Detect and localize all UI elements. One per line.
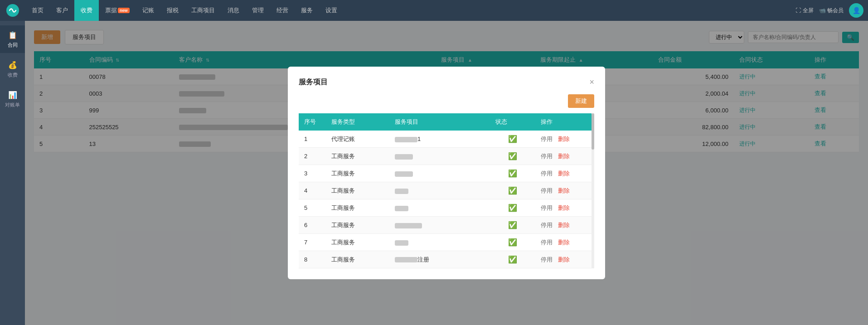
status-check-icon: ✅ (508, 221, 517, 229)
modal-cell-item (389, 165, 490, 182)
modal-cell-status: ✅ (490, 251, 535, 268)
top-nav: 首页 客户 收费 票据 new 记账 报税 工商项目 消息 管理 经营 服务 设… (0, 0, 868, 21)
modal-cell-seq: 3 (299, 165, 326, 182)
fullscreen-btn[interactable]: ⛶ 全屏 (795, 7, 813, 15)
status-check-icon: ✅ (508, 170, 517, 177)
modal-cell-status: ✅ (490, 199, 535, 217)
modal-cell-action: 停用 删除 (535, 199, 594, 217)
modal-cell-type: 工商服务 (326, 165, 389, 182)
sidebar-item-fee[interactable]: 💰 收费 (0, 55, 25, 83)
modal-cell-action: 停用 删除 (535, 251, 594, 268)
modal-cell-seq: 5 (299, 199, 326, 217)
modal-cell-seq: 2 (299, 148, 326, 165)
sidebar: 📋 合同 💰 收费 📊 对账单 (0, 21, 25, 325)
nav-customer[interactable]: 客户 (50, 0, 74, 21)
nav-badge-new: new (118, 8, 130, 13)
scroll-thumb (592, 113, 594, 150)
delete-button[interactable]: 删除 (558, 187, 570, 194)
modal-cell-action: 停用 删除 (535, 234, 594, 251)
main-layout: 📋 合同 💰 收费 📊 对账单 新增 服务项目 进行中 已结束 全部 (0, 21, 868, 325)
modal-col-seq: 序号 (299, 113, 326, 131)
modal-header: 服务项目 × (299, 78, 594, 87)
delete-button[interactable]: 删除 (558, 170, 570, 177)
modal-cell-type: 工商服务 (326, 251, 389, 268)
modal-cell-action: 停用 删除 (535, 182, 594, 199)
modal-col-status: 状态 (490, 113, 535, 131)
modal-table-row: 4 工商服务 ✅ 停用 删除 (299, 182, 594, 199)
modal-cell-type: 工商服务 (326, 182, 389, 199)
service-modal: 服务项目 × 新建 序号 服务类型 服务项目 状态 (288, 67, 605, 279)
modal-cell-type: 工商服务 (326, 199, 389, 217)
delete-button[interactable]: 删除 (558, 256, 570, 263)
modal-cell-item (389, 182, 490, 199)
fullscreen-icon: ⛶ (795, 7, 801, 14)
modal-table-row: 3 工商服务 ✅ 停用 删除 (299, 165, 594, 182)
modal-cell-action: 停用 删除 (535, 131, 594, 148)
stop-button[interactable]: 停用 (541, 256, 553, 263)
nav-message[interactable]: 消息 (221, 0, 246, 21)
delete-button[interactable]: 删除 (558, 153, 570, 160)
modal-overlay[interactable]: 服务项目 × 新建 序号 服务类型 服务项目 状态 (25, 21, 868, 325)
nav-manage[interactable]: 管理 (246, 0, 270, 21)
status-check-icon: ✅ (508, 187, 517, 194)
stop-button[interactable]: 停用 (541, 170, 553, 177)
modal-cell-action: 停用 删除 (535, 148, 594, 165)
contract-icon: 📋 (8, 30, 18, 40)
modal-toolbar: 新建 (299, 94, 594, 108)
nav-baoshui[interactable]: 报税 (160, 0, 185, 21)
member-btn[interactable]: 📹 畅会员 (819, 7, 844, 15)
stop-button[interactable]: 停用 (541, 136, 553, 142)
delete-button[interactable]: 删除 (558, 136, 570, 142)
modal-cell-status: ✅ (490, 165, 535, 182)
modal-scroll-area[interactable]: 序号 服务类型 服务项目 状态 操作 1 代理记账 1 ✅ 停用 删除 (299, 113, 594, 268)
modal-table-row: 5 工商服务 ✅ 停用 删除 (299, 199, 594, 217)
nav-home[interactable]: 首页 (25, 0, 50, 21)
nav-gongshang[interactable]: 工商项目 (185, 0, 221, 21)
modal-cell-item: 1 (389, 131, 490, 148)
modal-cell-action: 停用 删除 (535, 165, 594, 182)
modal-cell-type: 工商服务 (326, 234, 389, 251)
modal-close-button[interactable]: × (589, 78, 594, 87)
member-icon: 📹 (819, 7, 826, 14)
main-content: 新增 服务项目 进行中 已结束 全部 🔍 序号 合同编码 ⇅ 客 (25, 21, 868, 325)
modal-cell-status: ✅ (490, 182, 535, 199)
status-check-icon: ✅ (508, 152, 517, 160)
stop-button[interactable]: 停用 (541, 204, 553, 211)
modal-cell-type: 代理记账 (326, 131, 389, 148)
status-check-icon: ✅ (508, 204, 517, 212)
modal-col-action: 操作 (535, 113, 594, 131)
modal-table-row: 6 工商服务 ✅ 停用 删除 (299, 217, 594, 234)
statement-icon: 📊 (8, 90, 18, 100)
modal-cell-item (389, 217, 490, 234)
modal-table-row: 8 工商服务 注册 ✅ 停用 删除 (299, 251, 594, 268)
modal-cell-item (389, 199, 490, 217)
nav-service[interactable]: 服务 (295, 0, 319, 21)
modal-table-row: 2 工商服务 ✅ 停用 删除 (299, 148, 594, 165)
nav-piaoju[interactable]: 票据 new (99, 0, 136, 21)
top-nav-right: ⛶ 全屏 📹 畅会员 👤 (795, 3, 863, 18)
stop-button[interactable]: 停用 (541, 222, 553, 228)
scrollbar[interactable] (592, 113, 594, 268)
delete-button[interactable]: 删除 (558, 222, 570, 228)
modal-cell-status: ✅ (490, 148, 535, 165)
sidebar-item-contract[interactable]: 📋 合同 (0, 25, 25, 53)
delete-button[interactable]: 删除 (558, 204, 570, 211)
delete-button[interactable]: 删除 (558, 239, 570, 246)
nav-jizhang[interactable]: 记账 (136, 0, 160, 21)
avatar[interactable]: 👤 (849, 3, 863, 18)
modal-cell-seq: 1 (299, 131, 326, 148)
service-table: 序号 服务类型 服务项目 状态 操作 1 代理记账 1 ✅ 停用 删除 (299, 113, 594, 268)
stop-button[interactable]: 停用 (541, 187, 553, 194)
modal-cell-seq: 7 (299, 234, 326, 251)
nav-jingying[interactable]: 经营 (270, 0, 295, 21)
nav-shoufei[interactable]: 收费 (74, 0, 99, 21)
modal-cell-seq: 8 (299, 251, 326, 268)
sidebar-item-statement[interactable]: 📊 对账单 (0, 85, 25, 113)
fee-icon: 💰 (8, 60, 18, 70)
stop-button[interactable]: 停用 (541, 153, 553, 160)
nav-settings[interactable]: 设置 (319, 0, 344, 21)
stop-button[interactable]: 停用 (541, 239, 553, 246)
modal-new-button[interactable]: 新建 (568, 94, 594, 108)
modal-table-row: 7 工商服务 ✅ 停用 删除 (299, 234, 594, 251)
modal-title: 服务项目 (299, 78, 328, 87)
